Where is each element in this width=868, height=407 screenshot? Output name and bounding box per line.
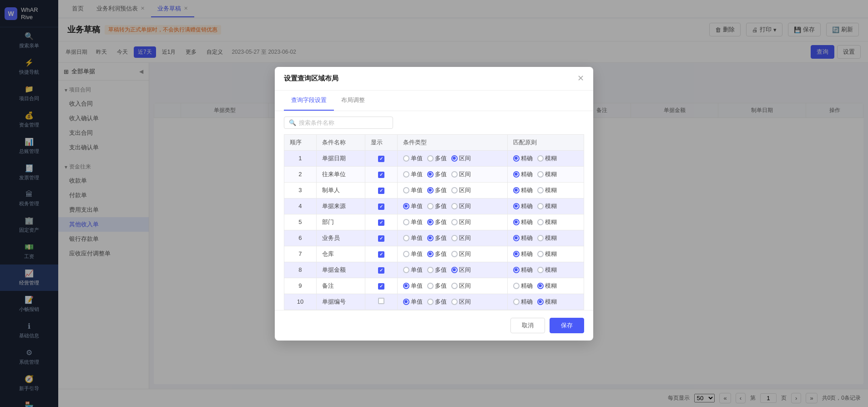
match-rule-group-5: 精确模糊: [513, 218, 578, 226]
radio-single-8[interactable]: 单值: [403, 266, 423, 274]
cell-match-rule: 精确模糊: [507, 182, 584, 198]
display-checkbox-4[interactable]: ✓: [378, 204, 384, 210]
radio-circle-multi: [427, 187, 434, 193]
match-circle-fuzzy: [537, 219, 544, 225]
condition-type-group-2: 单值多值区间: [403, 170, 502, 178]
radio-single-7[interactable]: 单值: [403, 250, 423, 258]
cell-display[interactable]: ✓: [365, 198, 397, 214]
cell-match-rule: 精确模糊: [507, 262, 584, 278]
radio-range-7[interactable]: 区间: [451, 250, 471, 258]
modal-row-8: 8单据金额✓单值多值区间精确模糊: [284, 262, 584, 278]
radio-multi-6[interactable]: 多值: [427, 234, 447, 242]
cell-display[interactable]: ✓: [365, 246, 397, 262]
match-radio-fuzzy-1[interactable]: 模糊: [537, 154, 557, 163]
cell-display[interactable]: ✓: [365, 182, 397, 198]
radio-multi-7[interactable]: 多值: [427, 250, 447, 258]
radio-single-6[interactable]: 单值: [403, 234, 423, 242]
display-checkbox-2[interactable]: ✓: [378, 172, 384, 178]
radio-single-1[interactable]: 单值: [403, 154, 423, 163]
cell-display[interactable]: ✓: [365, 150, 397, 166]
match-radio-exact-9[interactable]: 精确: [513, 282, 533, 290]
cell-condition-type: 单值多值区间: [397, 214, 507, 230]
radio-circle-single: [403, 171, 409, 178]
radio-range-6[interactable]: 区间: [451, 234, 471, 242]
radio-circle-multi: [427, 219, 434, 225]
radio-circle-multi: [427, 283, 434, 289]
radio-range-4[interactable]: 区间: [451, 202, 471, 210]
match-radio-exact-1[interactable]: 精确: [513, 154, 533, 163]
match-radio-exact-7[interactable]: 精确: [513, 250, 533, 258]
modal-save-button[interactable]: 保存: [550, 318, 584, 333]
match-radio-fuzzy-3[interactable]: 模糊: [537, 186, 557, 194]
modal-search-input[interactable]: [299, 119, 388, 126]
match-radio-fuzzy-7[interactable]: 模糊: [537, 250, 557, 258]
radio-circle-single: [403, 251, 409, 257]
display-checkbox-9[interactable]: ✓: [378, 283, 384, 290]
match-radio-fuzzy-2[interactable]: 模糊: [537, 170, 557, 178]
cell-display[interactable]: ✓: [365, 166, 397, 182]
match-radio-exact-4[interactable]: 精确: [513, 202, 533, 210]
cell-order: 6: [284, 230, 317, 246]
radio-single-3[interactable]: 单值: [403, 186, 423, 194]
cell-match-rule: 精确模糊: [507, 198, 584, 214]
match-circle-exact: [513, 219, 520, 225]
radio-range-8[interactable]: 区间: [451, 266, 471, 274]
radio-range-10[interactable]: 区间: [451, 298, 471, 306]
radio-single-9[interactable]: 单值: [403, 282, 423, 290]
cancel-button[interactable]: 取消: [510, 318, 545, 333]
match-radio-fuzzy-5[interactable]: 模糊: [537, 218, 557, 226]
match-radio-exact-10[interactable]: 精确: [513, 298, 533, 306]
cell-display[interactable]: [365, 294, 397, 310]
radio-multi-3[interactable]: 多值: [427, 186, 447, 194]
display-checkbox-5[interactable]: ✓: [378, 219, 384, 226]
display-checkbox-7[interactable]: ✓: [378, 251, 384, 258]
match-radio-fuzzy-9[interactable]: 模糊: [537, 282, 557, 290]
radio-multi-2[interactable]: 多值: [427, 170, 447, 178]
match-circle-exact: [513, 267, 520, 273]
match-radio-exact-8[interactable]: 精确: [513, 266, 533, 274]
match-radio-fuzzy-4[interactable]: 模糊: [537, 202, 557, 210]
radio-multi-8[interactable]: 多值: [427, 266, 447, 274]
cell-order: 1: [284, 150, 317, 166]
match-radio-fuzzy-8[interactable]: 模糊: [537, 266, 557, 274]
radio-range-2[interactable]: 区间: [451, 170, 471, 178]
cell-display[interactable]: ✓: [365, 262, 397, 278]
cell-order: 7: [284, 246, 317, 262]
display-checkbox-10[interactable]: [378, 298, 384, 304]
radio-multi-5[interactable]: 多值: [427, 218, 447, 226]
radio-range-1[interactable]: 区间: [451, 154, 471, 163]
tab-layout-adjust[interactable]: 布局调整: [334, 91, 372, 111]
radio-range-3[interactable]: 区间: [451, 186, 471, 194]
match-rule-group-10: 精确模糊: [513, 298, 578, 306]
display-checkbox-3[interactable]: ✓: [378, 188, 384, 194]
match-radio-fuzzy-6[interactable]: 模糊: [537, 234, 557, 242]
cell-order: 10: [284, 294, 317, 310]
condition-type-group-8: 单值多值区间: [403, 266, 502, 274]
radio-single-4[interactable]: 单值: [403, 202, 423, 210]
radio-single-2[interactable]: 单值: [403, 170, 423, 178]
cell-display[interactable]: ✓: [365, 214, 397, 230]
cell-match-rule: 精确模糊: [507, 246, 584, 262]
radio-multi-10[interactable]: 多值: [427, 298, 447, 306]
cell-display[interactable]: ✓: [365, 278, 397, 294]
radio-single-5[interactable]: 单值: [403, 218, 423, 226]
radio-range-9[interactable]: 区间: [451, 282, 471, 290]
radio-range-5[interactable]: 区间: [451, 218, 471, 226]
match-radio-exact-3[interactable]: 精确: [513, 186, 533, 194]
match-radio-fuzzy-10[interactable]: 模糊: [537, 298, 557, 306]
radio-multi-4[interactable]: 多值: [427, 202, 447, 210]
modal-close-button[interactable]: ✕: [577, 74, 584, 82]
match-radio-exact-6[interactable]: 精确: [513, 234, 533, 242]
radio-multi-1[interactable]: 多值: [427, 154, 447, 163]
cell-match-rule: 精确模糊: [507, 150, 584, 166]
display-checkbox-8[interactable]: ✓: [378, 267, 384, 274]
display-checkbox-1[interactable]: ✓: [378, 156, 384, 162]
radio-circle-single: [403, 283, 409, 289]
display-checkbox-6[interactable]: ✓: [378, 235, 384, 242]
tab-field-settings[interactable]: 查询字段设置: [284, 91, 334, 111]
radio-multi-9[interactable]: 多值: [427, 282, 447, 290]
radio-single-10[interactable]: 单值: [403, 298, 423, 306]
cell-display[interactable]: ✓: [365, 230, 397, 246]
match-radio-exact-5[interactable]: 精确: [513, 218, 533, 226]
match-radio-exact-2[interactable]: 精确: [513, 170, 533, 178]
